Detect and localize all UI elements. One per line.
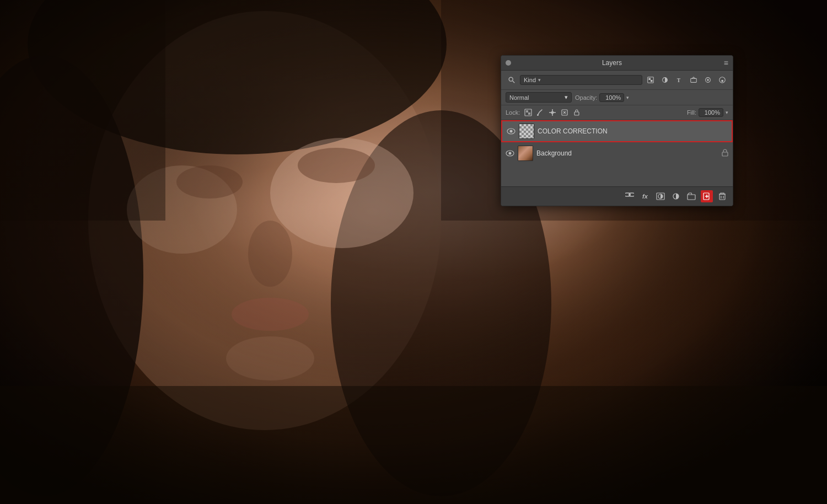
layer-item-background[interactable]: Background [501, 142, 733, 164]
lock-artboard-icon[interactable] [560, 108, 570, 117]
layers-panel: Layers ≡ Kind ▾ [501, 55, 733, 206]
lock-fill-toolbar: Lock: [501, 105, 733, 120]
panel-title: Layers [511, 59, 713, 67]
blend-mode-value: Normal [509, 94, 529, 101]
blend-opacity-toolbar: Normal ▾ Opacity: 100% ▾ [501, 90, 733, 105]
layer-fx-button[interactable]: fx [639, 190, 651, 202]
panel-menu-button[interactable]: ≡ [724, 58, 728, 67]
lock-icons-group [523, 108, 582, 117]
lock-brush-icon[interactable] [535, 108, 545, 117]
svg-point-40 [509, 152, 512, 155]
opacity-label: Opacity: [575, 94, 597, 101]
new-group-button[interactable] [685, 190, 697, 202]
fx-label: fx [642, 193, 648, 200]
layer-name-1: COLOR CORRECTION [538, 127, 727, 135]
kind-chevron: ▾ [538, 77, 541, 83]
shape-filter-icon[interactable] [688, 74, 700, 86]
lock-label: Lock: [506, 109, 520, 116]
svg-point-31 [537, 114, 539, 116]
new-adjustment-button[interactable] [670, 190, 682, 202]
svg-point-16 [509, 77, 513, 81]
new-layer-button[interactable] [701, 190, 713, 202]
layer-visibility-toggle-1[interactable] [507, 127, 515, 136]
svg-rect-29 [526, 110, 528, 112]
kind-dropdown[interactable]: Kind ▾ [520, 75, 642, 85]
layer-visibility-toggle-2[interactable] [506, 149, 514, 158]
layer-thumbnail-2 [518, 146, 533, 161]
svg-rect-30 [528, 112, 530, 115]
search-icon[interactable] [506, 74, 518, 86]
type-filter-icon[interactable]: T [673, 74, 685, 86]
svg-rect-20 [651, 80, 653, 82]
svg-rect-41 [722, 152, 728, 156]
panel-close-button[interactable] [506, 60, 511, 66]
svg-point-25 [707, 79, 709, 81]
smart-filter-icon[interactable] [702, 74, 714, 86]
panel-bottom-toolbar: fx [501, 186, 733, 206]
svg-point-38 [510, 130, 513, 133]
fill-control: Fill: 100% ▾ [687, 108, 728, 117]
add-mask-button[interactable] [654, 190, 667, 202]
panel-titlebar: Layers ≡ [501, 56, 733, 71]
layers-list: COLOR CORRECTION Background [501, 120, 733, 186]
filter-toggle-icon[interactable]: ● [716, 74, 728, 86]
adjustment-filter-icon[interactable] [659, 74, 671, 86]
pixel-filter-icon[interactable] [645, 74, 657, 86]
svg-rect-50 [719, 194, 725, 200]
delete-layer-button[interactable] [716, 190, 728, 202]
svg-rect-36 [574, 112, 579, 115]
opacity-input[interactable]: 100% [599, 93, 624, 102]
blend-mode-dropdown[interactable]: Normal ▾ [506, 92, 572, 103]
opacity-chevron[interactable]: ▾ [626, 95, 629, 100]
lock-pixel-icon[interactable] [523, 108, 533, 117]
lock-position-icon[interactable] [547, 108, 557, 117]
svg-text:●: ● [721, 78, 723, 83]
link-layers-button[interactable] [624, 190, 636, 202]
svg-rect-19 [649, 78, 651, 81]
kind-label: Kind [524, 77, 536, 83]
layer-item-color-correction[interactable]: COLOR CORRECTION [501, 120, 733, 142]
lock-all-icon[interactable] [572, 108, 582, 117]
svg-rect-23 [691, 78, 697, 82]
svg-text:T: T [677, 77, 681, 83]
fill-label: Fill: [687, 109, 696, 116]
layer-thumbnail-1 [519, 124, 534, 139]
blend-chevron: ▾ [565, 94, 568, 101]
svg-line-17 [513, 81, 515, 83]
svg-rect-46 [688, 195, 695, 200]
fill-input[interactable]: 100% [699, 108, 723, 117]
layer-lock-icon-2 [722, 149, 728, 158]
opacity-control: Opacity: 100% ▾ [575, 93, 728, 102]
fill-chevron[interactable]: ▾ [726, 110, 728, 115]
layer-name-2: Background [536, 149, 718, 157]
kind-filter-toolbar: Kind ▾ T [501, 71, 733, 90]
